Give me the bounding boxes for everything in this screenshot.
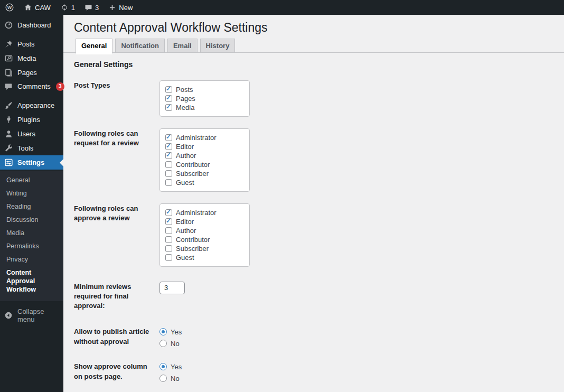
checkbox-contributor[interactable]: Contributor bbox=[165, 235, 244, 244]
tab-history[interactable]: History bbox=[200, 39, 236, 53]
sidebar-item-tools[interactable]: Tools bbox=[0, 141, 63, 155]
radio-no[interactable]: No bbox=[159, 339, 182, 348]
sidebar-item-users[interactable]: Users bbox=[0, 127, 63, 141]
radio-no[interactable]: No bbox=[159, 374, 182, 382]
checkbox-contributor[interactable]: Contributor bbox=[165, 160, 244, 169]
checkbox-author[interactable]: Author bbox=[165, 226, 244, 235]
settings-sliders-icon bbox=[4, 158, 13, 167]
new-content-menu[interactable]: New bbox=[104, 0, 137, 15]
home-icon bbox=[24, 3, 32, 12]
comment-bubble-icon bbox=[84, 4, 92, 12]
comments-badge: 3 bbox=[56, 82, 64, 91]
sidebar-item-settings[interactable]: Settings bbox=[0, 155, 63, 170]
checkbox-guest[interactable]: Guest bbox=[165, 178, 244, 187]
checkbox-icon[interactable] bbox=[165, 209, 172, 216]
checkbox-editor[interactable]: Editor bbox=[165, 217, 244, 226]
sidebar-item-comments[interactable]: Comments 3 bbox=[0, 80, 63, 94]
checkbox-media[interactable]: Media bbox=[165, 103, 244, 112]
checkbox-icon[interactable] bbox=[165, 143, 172, 150]
sidebar-item-plugins[interactable]: Plugins bbox=[0, 113, 63, 127]
radio-yes[interactable]: Yes bbox=[159, 362, 182, 371]
request-roles-label: Following roles can request for a review bbox=[74, 128, 159, 192]
checkbox-icon[interactable] bbox=[165, 254, 172, 261]
form-row-post-types: Post Types Posts Pages Media bbox=[74, 80, 553, 117]
submenu-item-general[interactable]: General bbox=[0, 173, 63, 186]
submenu-item-reading[interactable]: Reading bbox=[0, 200, 63, 213]
publish-without-approval-label: Allow to publish article without approva… bbox=[74, 326, 159, 348]
checkbox-icon[interactable] bbox=[165, 86, 172, 93]
approve-roles-label: Following roles can approve a review bbox=[74, 203, 159, 267]
radio-icon[interactable] bbox=[159, 328, 167, 335]
checkbox-icon[interactable] bbox=[165, 161, 172, 168]
checkbox-label: Subscriber bbox=[176, 245, 209, 253]
collapse-menu-button[interactable]: Collapse menu bbox=[0, 303, 63, 328]
pushpin-icon bbox=[4, 40, 13, 49]
tab-general[interactable]: General bbox=[76, 39, 112, 54]
sidebar-item-dashboard[interactable]: Dashboard bbox=[0, 18, 63, 32]
form-row-request-roles: Following roles can request for a review… bbox=[74, 128, 553, 192]
checkbox-administrator[interactable]: Administrator bbox=[165, 208, 244, 217]
checkbox-icon[interactable] bbox=[165, 134, 172, 141]
checkbox-label: Editor bbox=[176, 218, 194, 226]
checkbox-icon[interactable] bbox=[165, 170, 172, 177]
submenu-item-permalinks[interactable]: Permalinks bbox=[0, 239, 63, 253]
sidebar-item-label: Comments bbox=[17, 82, 51, 91]
sidebar-item-posts[interactable]: Posts bbox=[0, 37, 63, 51]
site-name-label: CAW bbox=[35, 4, 51, 12]
updates-count: 1 bbox=[71, 4, 75, 12]
min-reviews-input[interactable] bbox=[159, 282, 185, 294]
sidebar-item-label: Tools bbox=[17, 144, 33, 153]
checkbox-posts[interactable]: Posts bbox=[165, 85, 244, 94]
checkbox-label: Guest bbox=[176, 254, 194, 262]
sidebar-item-label: Appearance bbox=[17, 101, 54, 110]
checkbox-administrator[interactable]: Administrator bbox=[165, 133, 244, 142]
site-name-menu[interactable]: CAW bbox=[19, 0, 55, 15]
submenu-item-writing[interactable]: Writing bbox=[0, 186, 63, 200]
checkbox-label: Editor bbox=[176, 143, 194, 151]
checkbox-icon[interactable] bbox=[165, 227, 172, 234]
wrench-icon bbox=[4, 144, 13, 153]
sidebar-item-label: Posts bbox=[17, 40, 35, 49]
checkbox-icon[interactable] bbox=[165, 104, 172, 111]
wordpress-logo-menu[interactable]: W bbox=[0, 0, 19, 15]
checkbox-editor[interactable]: Editor bbox=[165, 142, 244, 151]
checkbox-icon[interactable] bbox=[165, 245, 172, 252]
svg-text:W: W bbox=[7, 5, 12, 10]
checkbox-guest[interactable]: Guest bbox=[165, 253, 244, 262]
radio-icon[interactable] bbox=[159, 375, 167, 382]
checkbox-icon[interactable] bbox=[165, 95, 172, 102]
checkbox-label: Media bbox=[176, 104, 194, 111]
radio-label: No bbox=[171, 375, 180, 382]
sidebar-item-appearance[interactable]: Appearance bbox=[0, 98, 63, 113]
checkbox-subscriber[interactable]: Subscriber bbox=[165, 169, 244, 178]
checkbox-label: Contributor bbox=[176, 161, 210, 169]
radio-yes[interactable]: Yes bbox=[159, 328, 182, 336]
post-types-group: Posts Pages Media bbox=[159, 80, 250, 117]
checkbox-icon[interactable] bbox=[165, 179, 172, 186]
checkbox-icon[interactable] bbox=[165, 218, 172, 225]
menu-separator bbox=[0, 94, 63, 98]
submenu-item-content-approval-workflow[interactable]: Content Approval Workflow bbox=[0, 266, 63, 296]
min-reviews-label: Minimum reviews required for final appro… bbox=[74, 282, 159, 311]
tab-notification[interactable]: Notification bbox=[115, 39, 165, 53]
tab-email[interactable]: Email bbox=[167, 39, 198, 53]
radio-icon[interactable] bbox=[159, 363, 167, 370]
radio-icon[interactable] bbox=[159, 340, 167, 347]
comments-menu[interactable]: 3 bbox=[80, 0, 104, 15]
dashboard-icon bbox=[4, 21, 13, 30]
main-content: Content Approval Workflow Settings Gener… bbox=[63, 15, 564, 392]
plus-icon bbox=[108, 4, 116, 12]
sidebar-item-label: Users bbox=[17, 130, 35, 138]
checkbox-subscriber[interactable]: Subscriber bbox=[165, 244, 244, 253]
submenu-item-privacy[interactable]: Privacy bbox=[0, 253, 63, 266]
checkbox-icon[interactable] bbox=[165, 236, 172, 243]
checkbox-icon[interactable] bbox=[165, 152, 172, 159]
submenu-item-discussion[interactable]: Discussion bbox=[0, 213, 63, 226]
checkbox-pages[interactable]: Pages bbox=[165, 94, 244, 103]
collapse-menu-label: Collapse menu bbox=[17, 307, 59, 323]
submenu-item-media[interactable]: Media bbox=[0, 226, 63, 239]
updates-menu[interactable]: 1 bbox=[55, 0, 80, 15]
sidebar-item-media[interactable]: Media bbox=[0, 51, 63, 66]
sidebar-item-pages[interactable]: Pages bbox=[0, 66, 63, 80]
checkbox-author[interactable]: Author bbox=[165, 151, 244, 160]
